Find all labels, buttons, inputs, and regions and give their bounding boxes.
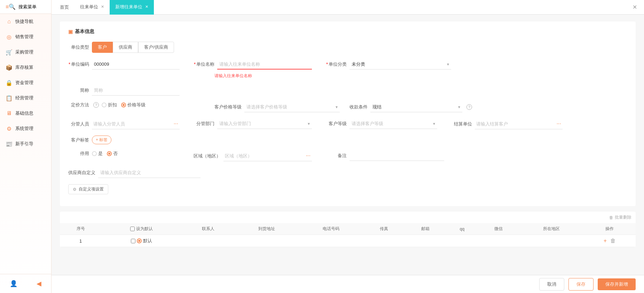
unit-category-value: 未分类 [352,61,446,67]
batch-delete-button[interactable]: 🗑 批量删除 [609,214,631,220]
settlement-input[interactable] [475,119,555,129]
unit-category-select[interactable]: 未分类 ▾ [350,59,451,70]
sidebar-item-system[interactable]: ⚙ 系统管理 [0,121,51,136]
code-name-category-row: *单位编码 *单位名称 请输入往来单位名称 *单位分类 [68,59,627,79]
area-input[interactable] [223,150,305,161]
radio-no-circle [107,151,112,156]
manager-input[interactable] [92,119,172,129]
tab-home[interactable]: 首页 [54,0,74,15]
col-contact: 联系人 [182,223,235,235]
supplier-custom-input[interactable] [98,168,201,178]
radio-level[interactable]: 价格等级 [121,102,146,108]
radio-disabled-yes[interactable]: 是 [92,150,103,157]
sales-icon: ◎ [6,33,13,40]
basic-info-section: ▣ 基本信息 单位类型 客户 供应商 客户/供应商 *单位编 [60,22,636,206]
sidebar-item-basic-info[interactable]: 🖥 基础信息 [0,106,51,121]
custom-settings-button[interactable]: ⚙ 自定义项设置 [68,184,108,194]
pricing-label: 定价方法 [68,102,89,108]
tab-partner-list-label: 往来单位 [80,4,98,10]
customer-price-select[interactable]: 请选择客户价格等级 ▾ [244,102,340,112]
unit-name-input[interactable] [217,59,312,70]
pricing-help-icon[interactable]: ? [93,102,99,108]
unit-code-group: *单位编码 [68,59,180,70]
radio-level-dot [123,104,125,106]
sidebar-item-label: 快捷导航 [15,18,33,25]
customer-price-chevron: ▾ [336,105,338,109]
footer-bar: 取消 保存 保存并新增 [52,275,644,293]
sidebar-item-label: 采购管理 [15,49,33,55]
type-btn-customer[interactable]: 客户 [92,42,113,53]
select-all-checkbox[interactable] [130,227,135,231]
search-menu[interactable]: ≡🔍 搜索菜单 [0,0,51,14]
pricing-row: 定价方法 ? 折扣 价格等级 [68,102,627,112]
gear-icon: ⚙ [73,187,77,192]
sidebar-item-purchase[interactable]: 🛒 采购管理 [0,44,51,60]
payment-help-icon[interactable]: ? [466,104,472,110]
tab-partner-list[interactable]: 往来单位 ✕ [74,0,110,15]
abbr-input[interactable] [92,85,180,96]
cell-seq: 1 [60,235,101,247]
cancel-button[interactable]: 取消 [539,278,564,291]
expand-icon[interactable]: ◀ [34,278,44,290]
main-content: 首页 往来单位 ✕ 新增往来单位 ✕ ✕ ▣ 基本信息 单位类型 客户 [52,0,644,293]
radio-level-label: 价格等级 [127,102,146,108]
sidebar-item-inventory[interactable]: 📦 库存核算 [0,60,51,75]
save-new-button[interactable]: 保存并新增 [598,278,636,290]
tab-add-partner[interactable]: 新增往来单位 ✕ [110,0,154,15]
remark-label: 备注 [326,153,347,159]
tags-row: 客户标签 + 标签 [68,136,627,144]
purchase-icon: 🛒 [6,49,13,56]
area-more-btn[interactable]: ··· [305,153,312,159]
type-btn-supplier[interactable]: 供应商 [113,42,138,53]
dept-select[interactable]: 请输入分管部门 ▾ [217,119,312,129]
content-area: ▣ 基本信息 单位类型 客户 供应商 客户/供应商 *单位编 [52,15,644,275]
row-checkbox[interactable] [131,239,135,243]
row-delete-btn[interactable]: 🗑 [610,238,616,244]
section-icon: ▣ [68,29,73,34]
sidebar-item-quick-nav[interactable]: ⌂ 快捷导航 [0,14,51,29]
sidebar-item-label: 资金管理 [15,80,33,86]
manager-more-btn[interactable]: ··· [172,121,180,127]
abbr-label: 简称 [68,87,89,93]
tab-add-partner-close[interactable]: ✕ [145,5,148,9]
sidebar-item-label: 新手引导 [15,141,33,147]
unit-name-group: *单位名称 请输入往来单位名称 [194,59,312,79]
customer-level-select[interactable]: 请选择客户等级 ▾ [350,119,437,129]
default-radio-dot [138,240,140,242]
sidebar-item-sales[interactable]: ◎ 销售管理 [0,29,51,44]
tab-partner-list-close[interactable]: ✕ [101,5,104,9]
default-radio[interactable]: 默认 [137,238,152,244]
sidebar-item-operations[interactable]: 📋 经营管理 [0,90,51,106]
payment-select[interactable]: 现结 ▾ [370,102,462,112]
sidebar-item-guide[interactable]: 📰 新手引导 [0,136,51,152]
unit-code-input[interactable] [92,59,180,70]
cell-fax [363,235,405,247]
unit-type-row: 单位类型 客户 供应商 客户/供应商 [68,42,627,53]
sidebar-item-label: 销售管理 [15,34,33,40]
dept-group: 分管部门 请输入分管部门 ▾ [194,119,312,129]
manager-row: 分管人员 ··· 分管部门 请输入分管部门 ▾ 客户等级 [68,119,627,129]
sidebar-item-label: 经营管理 [15,95,33,101]
unit-name-error: 请输入往来单位名称 [214,73,252,79]
radio-discount[interactable]: 折扣 [102,102,117,108]
type-btn-both[interactable]: 客户/供应商 [138,42,174,53]
system-icon: ⚙ [6,125,13,132]
radio-disabled-no[interactable]: 否 [107,150,118,157]
cell-area [519,235,584,247]
cell-phone [299,235,363,247]
row-add-btn[interactable]: + [604,238,607,244]
col-area: 所在地区 [519,223,584,235]
user-icon[interactable]: 👤 [8,278,19,290]
settlement-more-btn[interactable]: ··· [555,121,563,127]
section-title: ▣ 基本信息 [68,29,627,35]
save-button[interactable]: 保存 [568,278,594,291]
add-tag-button[interactable]: + 标签 [92,136,111,144]
remark-input[interactable] [350,150,444,161]
window-close-button[interactable]: ✕ [628,4,641,10]
col-action: 操作 [584,223,636,235]
tags-group: 客户标签 + 标签 [68,136,627,144]
unit-name-label: *单位名称 [194,61,214,67]
sidebar-item-label: 基础信息 [15,110,33,116]
sidebar-item-finance[interactable]: 🔒 资金管理 [0,75,51,90]
customer-level-placeholder: 请选择客户等级 [352,121,432,127]
